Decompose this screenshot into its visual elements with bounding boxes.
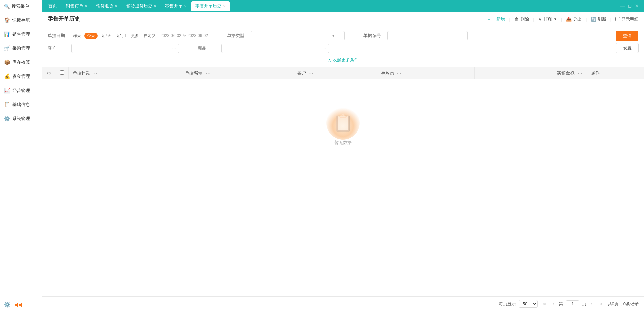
prev-page-btn[interactable]: ‹ [551,301,556,307]
show-detail-toggle[interactable]: 显示明细 [615,16,639,22]
sales-rep-sort-icon[interactable]: ▲▼ [396,72,402,75]
doc-date-sort-icon[interactable]: ▲▼ [93,72,98,75]
export-icon: 📤 [566,17,572,22]
sidebar-item-quick-nav[interactable]: 🏠 快捷导航 [0,13,42,27]
date-1month[interactable]: 近1月 [115,33,128,39]
page-size-select[interactable]: 50 10 20 100 [519,300,538,308]
sidebar-item-base-info[interactable]: 📋 基础信息 [0,98,42,112]
sidebar-item-purchase-mgmt[interactable]: 🛒 采购管理 [0,41,42,55]
sidebar-item-sys-mgmt[interactable]: ⚙️ 系统管理 [0,112,42,126]
export-button[interactable]: 📤 导出 [566,16,582,22]
collapse-filter-btn[interactable]: ∧ 收起更多条件 [48,56,639,65]
date-yesterday[interactable]: 昨天 [71,33,82,39]
date-shortcuts: 昨天 今天 近7天 近1月 更多 自定义 2023-06-02 至 2023-0… [71,33,208,39]
tab-sales-return-label: 销货退货 [96,3,113,9]
tab-sales-return[interactable]: 销货退货 ✕ [92,1,121,11]
per-page-label: 每页显示 [499,301,516,307]
window-min-btn[interactable]: — [620,3,625,9]
sidebar-item-label-sys-mgmt: 系统管理 [12,116,30,122]
print-chevron-icon: ▼ [554,17,557,21]
page-title: 零售开单历史 [48,16,80,23]
tab-sales-return-history-close[interactable]: ✕ [154,4,156,8]
tab-sales-order-close[interactable]: ✕ [85,4,87,8]
next-page-btn[interactable]: › [589,301,594,307]
delete-button[interactable]: 🗑 删除 [514,16,529,22]
customer-dots-icon[interactable]: ··· [172,46,176,51]
add-icon: ＋ [487,16,491,22]
th-doc-date: 单据日期 ▲▼ [68,67,181,79]
sidebar-collapse-button[interactable]: ◀◀ [14,301,22,308]
tab-retail-history[interactable]: 零售开单历史 ✕ [191,1,230,11]
customer-label: 客户 [48,45,66,51]
sidebar-item-label-quick-nav: 快捷导航 [12,17,30,23]
sidebar-item-label-operations: 经营管理 [12,88,30,94]
doc-no-label: 单据编号 [363,33,382,39]
tab-retail-open-close[interactable]: ✕ [184,4,187,8]
sidebar-search[interactable]: 🔍 搜索采单 [0,0,42,13]
sidebar-item-sales-mgmt[interactable]: 📊 销售管理 [0,27,42,41]
date-7days[interactable]: 近7天 [100,33,113,39]
sidebar-item-finance[interactable]: 💰 资金管理 [0,69,42,84]
sidebar-item-inventory[interactable]: 📦 库存核算 [0,55,42,69]
tab-home-label: 首页 [48,3,57,9]
sidebar-gear-button[interactable]: ⚙️ [4,301,11,308]
date-filter-label: 单据日期 [48,33,66,39]
tab-sales-return-close[interactable]: ✕ [115,4,117,8]
amount-sort-icon[interactable]: ▲▼ [577,72,583,75]
tab-sales-return-history-label: 销货退货历史 [126,3,152,9]
doc-no-sort-icon[interactable]: ▲▼ [205,72,210,75]
add-button[interactable]: ＋ + 新增 [487,16,505,22]
first-page-btn[interactable]: ⊲ [540,301,548,307]
goods-input-wrap: ··· [221,44,329,53]
show-detail-checkbox[interactable] [615,17,620,21]
page-input[interactable]: 1 [566,300,579,307]
toolbar-actions: ＋ + 新增 | 🗑 删除 | 🖨 打印 ▼ | 📤 导出 | 🔄 刷新 [487,16,639,22]
table-container: ⚙ 单据日期 ▲▼ 单据编号 ▲▼ 客户 ▲▼ [42,67,644,296]
filter-actions: 查询 设置 [616,31,639,53]
date-more[interactable]: 更多 [130,33,140,39]
tab-retail-history-close[interactable]: ✕ [223,4,226,8]
th-customer: 客户 ▲▼ [293,67,377,79]
tab-sales-return-history[interactable]: 销货退货历史 ✕ [122,1,160,11]
query-button[interactable]: 查询 [616,31,638,41]
date-today[interactable]: 今天 [84,33,98,39]
filter-area: 单据日期 昨天 今天 近7天 近1月 更多 自定义 2023-06-02 至 2… [42,27,644,67]
doc-no-input[interactable] [390,33,465,38]
th-customer-label: 客户 [297,70,306,75]
doc-type-select[interactable]: ▼ [251,31,345,40]
select-all-checkbox[interactable] [60,70,64,75]
goods-input[interactable] [225,46,322,51]
customer-input[interactable] [75,46,172,51]
export-label: 导出 [573,16,582,22]
th-gear: ⚙ [42,67,56,79]
print-button[interactable]: 🖨 打印 ▼ [538,16,557,22]
last-page-btn[interactable]: ⊳ [597,301,605,307]
setting-button[interactable]: 设置 [616,43,639,53]
sales-mgmt-icon: 📊 [4,31,10,37]
window-close-btn[interactable]: ✕ [635,3,639,9]
doc-type-label: 单据类型 [227,33,245,39]
customer-sort-icon[interactable]: ▲▼ [309,72,314,75]
tab-home[interactable]: 首页 [44,1,61,11]
sidebar-item-operations[interactable]: 📈 经营管理 [0,84,42,98]
sidebar-item-label-purchase-mgmt: 采购管理 [12,45,30,51]
sidebar-footer: ⚙️ ◀◀ [0,298,42,311]
total-info: 共0页，0条记录 [608,301,639,307]
th-action-label: 操作 [591,70,600,75]
date-custom[interactable]: 自定义 [142,33,157,39]
goods-dots-icon[interactable]: ··· [322,46,326,51]
th-doc-no-label: 单据编号 [185,70,202,75]
print-label: 打印 [544,16,552,22]
print-icon: 🖨 [538,17,542,22]
tab-retail-open[interactable]: 零售开单 ✕ [161,1,191,11]
tab-sales-order[interactable]: 销售订单 ✕ [62,1,91,11]
tab-bar: 首页 销售订单 ✕ 销货退货 ✕ 销货退货历史 ✕ 零售开单 ✕ 零售开单历史 … [42,0,644,12]
refresh-button[interactable]: 🔄 刷新 [591,16,606,22]
window-max-btn[interactable]: □ [629,3,631,9]
page-label: 第 [559,301,563,307]
date-range-display: 2023-06-02 至 2023-06-02 [160,33,208,39]
gear-icon[interactable]: ⚙ [47,71,51,76]
sidebar-item-label-inventory: 库存核算 [12,59,30,65]
table-header: ⚙ 单据日期 ▲▼ 单据编号 ▲▼ 客户 ▲▼ [42,67,644,79]
sidebar-item-label-base-info: 基础信息 [12,102,30,108]
